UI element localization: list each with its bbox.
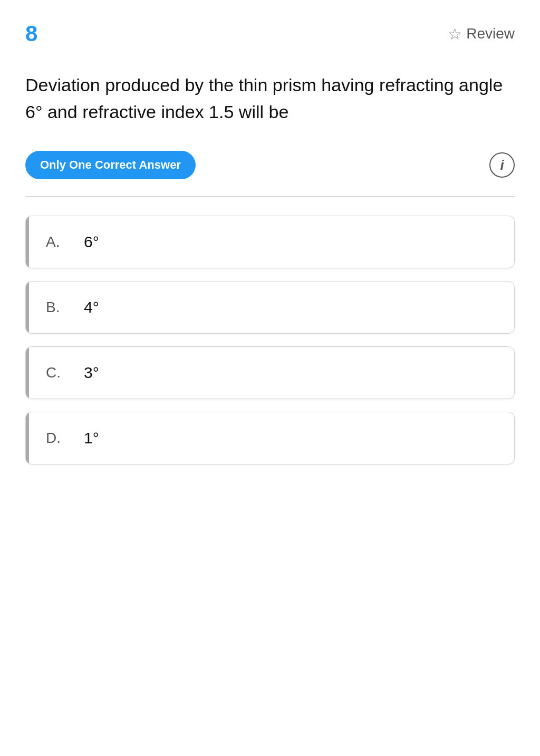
option-b-content: B. 4° [29,282,514,333]
option-c-label: C. [46,364,67,381]
option-c-value: 3° [84,364,99,382]
review-button[interactable]: ☆ Review [448,25,515,43]
option-b[interactable]: B. 4° [25,281,515,334]
option-a-value: 6° [84,233,99,251]
option-d-label: D. [46,430,67,447]
option-d-value: 1° [84,429,99,447]
question-number: 8 [25,21,37,46]
answer-type-badge: Only One Correct Answer [25,151,196,179]
option-a-content: A. 6° [29,216,514,268]
option-b-value: 4° [84,298,99,316]
review-label: Review [466,25,515,42]
question-text: Deviation produced by the thin prism hav… [25,72,515,125]
star-icon: ☆ [448,25,462,43]
option-d-content: D. 1° [29,412,514,464]
option-a[interactable]: A. 6° [25,216,515,268]
option-a-label: A. [46,234,67,250]
page-header: 8 ☆ Review [25,21,515,46]
section-divider [25,196,515,197]
option-d[interactable]: D. 1° [25,412,515,464]
options-list: A. 6° B. 4° C. 3° D. 1° [25,216,515,464]
option-c-content: C. 3° [29,347,514,399]
option-b-label: B. [46,299,67,316]
badge-row: Only One Correct Answer i [25,151,515,179]
option-c[interactable]: C. 3° [25,346,515,399]
info-icon[interactable]: i [489,152,515,178]
